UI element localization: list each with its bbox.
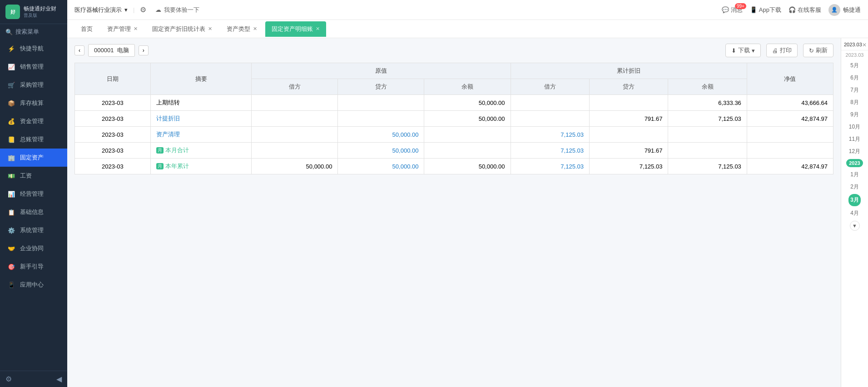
tab-asset-type[interactable]: 资产类型 ✕	[220, 21, 263, 37]
sidebar-item-operations[interactable]: 📊 经营管理	[0, 185, 67, 203]
tab-asset-mgmt[interactable]: 资产管理 ✕	[101, 21, 144, 37]
sidebar-footer: ⚙ ◀	[0, 371, 67, 387]
download-icon: ⬇	[731, 47, 736, 54]
cell-net-value	[747, 143, 833, 159]
timeline-month-9[interactable]: 9月	[841, 109, 868, 121]
cell-accum-credit: 7,125.03	[589, 159, 668, 174]
cell-summary: 月本月合计	[150, 143, 252, 159]
timeline-month-2[interactable]: 2月	[841, 181, 868, 193]
cell-orig-credit: 50,000.00	[338, 159, 424, 174]
cell-summary: 计提折旧	[150, 111, 252, 127]
cell-accum-debit	[511, 111, 589, 127]
content-main: ‹ 000001 电脑 › ⬇ 下载 ▾ 🖨 打印	[67, 38, 841, 387]
print-btn[interactable]: 🖨 打印	[766, 44, 798, 57]
sidebar-item-guide[interactable]: 🎯 新手引导	[0, 258, 67, 276]
timeline-month-1[interactable]: 1月	[841, 169, 868, 181]
tab-close-asset-mgmt[interactable]: ✕	[134, 26, 138, 32]
search-icon: 🔍	[5, 29, 13, 35]
tab-close-depreciation-stats[interactable]: ✕	[208, 26, 212, 32]
company-name: 医疗器械行业演示	[74, 6, 122, 14]
sidebar-item-ledger[interactable]: 📒 总账管理	[0, 130, 67, 149]
tab-asset-detail[interactable]: 固定资产明细账 ✕	[265, 21, 326, 37]
message-badge[interactable]: 💬 消息 99+	[722, 6, 743, 14]
sidebar-item-inventory[interactable]: 📦 库存核算	[0, 94, 67, 112]
collapse-icon[interactable]: ◀	[56, 375, 62, 383]
tab-home[interactable]: 首页	[74, 21, 99, 37]
cell-date: 2023-03	[75, 111, 151, 127]
cell-orig-debit	[252, 143, 338, 159]
cell-orig-debit	[252, 111, 338, 127]
tab-depreciation-stats[interactable]: 固定资产折旧统计表 ✕	[146, 21, 218, 37]
cell-orig-credit: 50,000.00	[338, 143, 424, 159]
year-2023-label[interactable]: 2023	[846, 159, 863, 167]
topbar-divider: |	[133, 6, 134, 13]
username: 畅捷通	[843, 6, 861, 14]
cell-date: 2023-03	[75, 143, 151, 159]
settings-gear-icon[interactable]: ⚙	[140, 5, 146, 14]
sidebar-item-quick-nav[interactable]: ⚡ 快捷导航	[0, 40, 67, 58]
cell-net-value: 42,874.97	[747, 111, 833, 127]
avatar: 👤	[828, 4, 840, 16]
sidebar-item-purchase[interactable]: 🛒 采购管理	[0, 76, 67, 94]
timeline-close-icon[interactable]: ✕	[862, 42, 867, 48]
cell-orig-balance: 50,000.00	[424, 95, 511, 111]
company-selector[interactable]: 医疗器械行业演示 ▾	[74, 6, 128, 14]
tab-close-asset-detail[interactable]: ✕	[316, 26, 320, 32]
timeline-month-10[interactable]: 10月	[841, 121, 868, 133]
sidebar-item-capital[interactable]: 💰 资金管理	[0, 112, 67, 130]
cell-accum-credit: 791.67	[589, 111, 668, 127]
timeline-month-8[interactable]: 8月	[841, 96, 868, 109]
timeline-header: 2023.03	[844, 42, 862, 48]
cell-accum-debit: 7,125.03	[511, 127, 589, 143]
sidebar-item-sales[interactable]: 📈 销售管理	[0, 58, 67, 76]
payroll-icon: 💵	[7, 172, 15, 180]
operations-icon: 📊	[7, 190, 15, 198]
cell-accum-balance: 7,125.03	[668, 159, 747, 174]
sidebar: 好 畅捷通好业财 普及版 🔍 搜索菜单 ⚡ 快捷导航 📈 销售管理 🛒 采购管理…	[0, 0, 67, 387]
timeline-month-3-active[interactable]: 3月	[848, 194, 861, 206]
service-icon: 🎧	[789, 6, 796, 13]
sidebar-item-basic-info[interactable]: 📋 基础信息	[0, 203, 67, 221]
ledger-table: 日期 摘要 原值 累计折旧 净值 借方 贷方 余额 借方 贷方 余额	[74, 63, 833, 174]
timeline-month-7[interactable]: 7月	[841, 84, 868, 96]
message-count: 99+	[735, 3, 746, 9]
cell-accum-credit	[589, 127, 668, 143]
sidebar-item-payroll[interactable]: 💵 工资	[0, 167, 67, 185]
year-2023-header: 2023.03	[846, 50, 864, 60]
cell-accum-balance: 6,333.36	[668, 95, 747, 111]
timeline-month-12[interactable]: 12月	[841, 145, 868, 158]
search-menu[interactable]: 🔍 搜索菜单	[0, 24, 67, 40]
timeline-month-6[interactable]: 6月	[841, 72, 868, 84]
user-profile[interactable]: 👤 畅捷通	[828, 4, 861, 16]
cell-net-value	[747, 127, 833, 143]
content-area: ‹ 000001 电脑 › ⬇ 下载 ▾ 🖨 打印	[67, 38, 868, 387]
table-row: 2023-03 上期结转 50,000.00 6,333.36 43,666.6…	[75, 95, 833, 111]
timeline-month-4[interactable]: 4月	[841, 207, 868, 219]
system-icon: ⚙️	[7, 226, 15, 234]
sidebar-item-app-center[interactable]: 📱 应用中心	[0, 276, 67, 294]
cell-orig-debit	[252, 95, 338, 111]
experience-btn[interactable]: ☁ 我要体验一下	[155, 6, 199, 14]
experience-icon: ☁	[155, 6, 161, 13]
cell-net-value: 42,874.97	[747, 159, 833, 174]
col-accum-debit: 借方	[511, 79, 589, 95]
basic-info-icon: 📋	[7, 208, 15, 216]
refresh-btn[interactable]: ↻ 刷新	[803, 44, 833, 57]
col-orig-credit: 贷方	[338, 79, 424, 95]
app-download-btn[interactable]: 📱 App下载	[750, 6, 781, 14]
asset-prev-btn[interactable]: ‹	[74, 45, 84, 55]
sidebar-item-fixed-assets[interactable]: 🏢 固定资产	[0, 149, 67, 167]
cell-date: 2023-03	[75, 127, 151, 143]
timeline-month-5[interactable]: 5月	[841, 60, 868, 72]
customer-service-btn[interactable]: 🎧 在线客服	[789, 6, 821, 14]
settings-icon[interactable]: ⚙	[5, 375, 12, 383]
timeline-scroll-down[interactable]: ▼	[850, 221, 860, 231]
asset-next-btn[interactable]: ›	[139, 45, 149, 55]
download-btn[interactable]: ⬇ 下载 ▾	[725, 44, 761, 57]
timeline-month-11[interactable]: 11月	[841, 133, 868, 145]
sidebar-item-system[interactable]: ⚙️ 系统管理	[0, 221, 67, 239]
cell-date: 2023-03	[75, 159, 151, 174]
cell-orig-balance: 50,000.00	[424, 111, 511, 127]
tab-close-asset-type[interactable]: ✕	[253, 26, 257, 32]
sidebar-item-cooperation[interactable]: 🤝 企业协同	[0, 239, 67, 258]
